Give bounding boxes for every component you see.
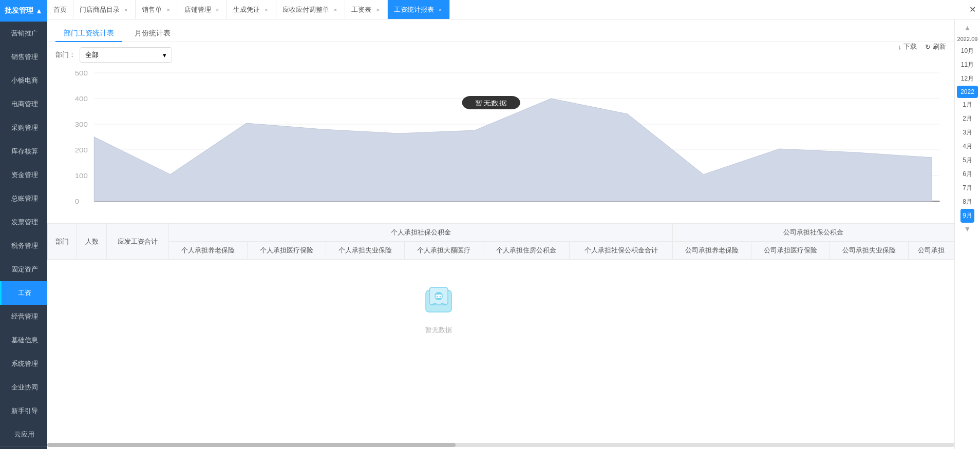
timeline-year-2022: 2022.09	[956, 34, 979, 44]
timeline-month-9月[interactable]: 9月	[960, 209, 974, 223]
tab-label: 生成凭证	[233, 5, 260, 14]
download-icon: ↓	[898, 43, 902, 51]
tab-close-icon[interactable]: ×	[214, 6, 220, 13]
empty-state: 暂无数据	[48, 260, 830, 355]
dept-select[interactable]: 全部 ▾	[80, 47, 172, 63]
tab-close-icon[interactable]: ×	[165, 6, 171, 13]
sidebar-item-电商管理[interactable]: 电商管理	[0, 92, 47, 116]
tab-门店商品目录[interactable]: 门店商品目录×	[73, 0, 136, 19]
tab-工资表[interactable]: 工资表×	[345, 0, 387, 19]
timeline-month-8月[interactable]: 8月	[958, 195, 976, 209]
svg-marker-12	[94, 99, 932, 201]
tab-close-icon[interactable]: ×	[332, 6, 338, 13]
th-personal-housing: 个人承担住房公积金	[483, 242, 570, 260]
th-personal-unemployment: 个人承担失业保险	[326, 242, 404, 260]
timeline-month-12月[interactable]: 12月	[959, 72, 976, 86]
timeline-down-arrow[interactable]: ▼	[962, 223, 973, 235]
dept-filter-label: 部门：	[55, 50, 76, 60]
sidebar-item-总账管理[interactable]: 总账管理	[0, 187, 47, 210]
settings-button[interactable]: ⚙	[0, 446, 47, 449]
content-area: 部门工资统计表月份统计表 ↓ 下载 ↻ 刷新 部门： 全部 ▾	[47, 19, 980, 449]
th-headcount: 人数	[77, 224, 106, 260]
timeline-month-3月[interactable]: 3月	[958, 126, 976, 140]
th-dept: 部门	[48, 224, 77, 260]
data-table: 部门 人数 应发工资合计 个人承担社保公积金 公司承担社保公积金 个人承担养老保…	[47, 223, 954, 355]
chart-area: 500 400 300 200 100 0	[47, 68, 954, 223]
th-personal-medical: 个人承担医疗保险	[247, 242, 326, 260]
timeline-month-6月[interactable]: 6月	[958, 167, 976, 181]
timeline-up-arrow[interactable]: ▲	[962, 22, 973, 34]
timeline-month-10月[interactable]: 10月	[959, 44, 976, 58]
tab-close-icon[interactable]: ×	[263, 6, 269, 13]
tab-close-icon[interactable]: ×	[374, 6, 381, 13]
tab-label: 应收应付调整单	[282, 5, 329, 14]
sub-tab-部门工资统计表[interactable]: 部门工资统计表	[55, 26, 122, 42]
sidebar-item-资金管理[interactable]: 资金管理	[0, 163, 47, 187]
tab-工资统计报表[interactable]: 工资统计报表×	[388, 0, 450, 19]
th-company-unemployment: 公司承担失业保险	[830, 242, 908, 260]
timeline-month-7月[interactable]: 7月	[958, 181, 976, 195]
sidebar-item-税务管理[interactable]: 税务管理	[0, 234, 47, 258]
th-company-other: 公司承担	[908, 242, 954, 260]
sidebar-item-销售管理[interactable]: 销售管理	[0, 45, 47, 69]
tab-label: 销售单	[142, 5, 162, 14]
sidebar-item-云应用[interactable]: 云应用	[0, 423, 47, 446]
sidebar-item-经营管理[interactable]: 经营管理	[0, 305, 47, 328]
tab-close-icon[interactable]: ×	[123, 6, 129, 13]
tab-销售单[interactable]: 销售单×	[136, 0, 178, 19]
tab-首页[interactable]: 首页	[47, 0, 73, 19]
tab-close-icon[interactable]: ×	[437, 6, 443, 13]
svg-text:100: 100	[75, 172, 88, 179]
tab-bar: 首页门店商品目录×销售单×店铺管理×生成凭证×应收应付调整单×工资表×工资统计报…	[47, 0, 980, 19]
sidebar-item-基础信息[interactable]: 基础信息	[0, 328, 47, 352]
tab-label: 工资表	[351, 5, 371, 14]
sidebar-item-小畅电商[interactable]: 小畅电商	[0, 69, 47, 92]
horizontal-scrollbar[interactable]	[47, 443, 954, 447]
svg-text:400: 400	[75, 95, 88, 102]
sidebar-item-固定资产[interactable]: 固定资产	[0, 258, 47, 281]
tab-生成凭证[interactable]: 生成凭证×	[227, 0, 276, 19]
refresh-button[interactable]: ↻ 刷新	[925, 42, 946, 51]
th-personal-social: 个人承担社保公积金	[169, 224, 673, 242]
timeline-month-11月[interactable]: 11月	[959, 58, 976, 72]
timeline-month-1月[interactable]: 1月	[958, 98, 976, 112]
sidebar-item-营销推广[interactable]: 营销推广	[0, 22, 47, 45]
dept-select-value: 全部	[85, 50, 99, 60]
close-tab-button[interactable]: ✕	[965, 5, 980, 14]
svg-text:200: 200	[75, 147, 88, 153]
th-personal-major-medical: 个人承担大额医疗	[404, 242, 483, 260]
sidebar-item-新手引导[interactable]: 新手引导	[0, 399, 47, 423]
refresh-icon: ↻	[925, 43, 931, 51]
timeline-year-2022-highlight[interactable]: 2022	[957, 86, 978, 98]
tab-label: 门店商品目录	[80, 5, 120, 14]
empty-text: 暂无数据	[425, 325, 452, 335]
main-area: 首页门店商品目录×销售单×店铺管理×生成凭证×应收应付调整单×工资表×工资统计报…	[47, 0, 980, 449]
timeline-month-5月[interactable]: 5月	[958, 153, 976, 167]
svg-text:暂无数据: 暂无数据	[475, 100, 507, 106]
sidebar-item-系统管理[interactable]: 系统管理	[0, 352, 47, 376]
sub-tab-月份统计表[interactable]: 月份统计表	[126, 26, 179, 42]
timeline-month-2月[interactable]: 2月	[958, 112, 976, 126]
svg-text:300: 300	[75, 121, 88, 128]
th-personal-pension: 个人承担养老保险	[169, 242, 248, 260]
scrollbar-thumb	[47, 443, 456, 447]
sidebar-header[interactable]: 批发管理 ▲	[0, 0, 47, 22]
timeline-month-4月[interactable]: 4月	[958, 140, 976, 153]
tab-应收应付调整单[interactable]: 应收应付调整单×	[276, 0, 345, 19]
sidebar-item-企业协同[interactable]: 企业协同	[0, 376, 47, 399]
sidebar-item-工资[interactable]: 工资	[0, 281, 47, 305]
sidebar: 批发管理 ▲ 营销推广销售管理小畅电商电商管理采购管理库存核算资金管理总账管理发…	[0, 0, 47, 449]
download-button[interactable]: ↓ 下载	[898, 42, 917, 51]
tab-店铺管理[interactable]: 店铺管理×	[178, 0, 227, 19]
refresh-label: 刷新	[933, 42, 946, 51]
chevron-up-icon: ▲	[35, 7, 43, 15]
tab-label: 工资统计报表	[394, 5, 434, 14]
sidebar-item-采购管理[interactable]: 采购管理	[0, 116, 47, 140]
sub-tab-bar: 部门工资统计表月份统计表	[47, 19, 954, 42]
sidebar-item-库存核算[interactable]: 库存核算	[0, 140, 47, 163]
th-company-social: 公司承担社保公积金	[672, 224, 954, 242]
area-chart: 500 400 300 200 100 0	[55, 68, 946, 222]
sidebar-item-发票管理[interactable]: 发票管理	[0, 210, 47, 234]
toolbar: ↓ 下载 ↻ 刷新	[890, 38, 955, 55]
svg-text:0: 0	[75, 198, 80, 205]
